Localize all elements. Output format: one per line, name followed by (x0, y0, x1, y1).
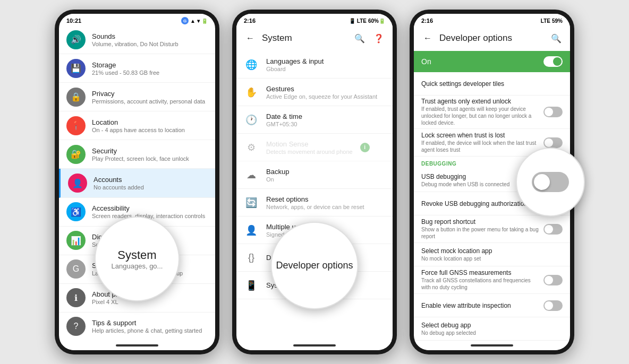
sys-motion: ⚙ Motion Sense Detects movement around p… (236, 134, 393, 161)
magnifier-usb (516, 148, 585, 216)
sounds-icon: 🔊 (66, 30, 86, 49)
motion-subtitle: Detects movement around phone (266, 149, 353, 155)
location-title: Location (92, 118, 208, 126)
sys-backup[interactable]: ☁ Backup On (236, 161, 393, 189)
reset-subtitle: Network, apps, or device can be reset (266, 204, 364, 210)
gestures-title: Gestures (266, 85, 377, 93)
location-subtitle: On - 4 apps have access to location (92, 127, 208, 133)
battery-2-icon: 60%🔋 (368, 18, 385, 24)
gnss-toggle[interactable] (543, 275, 563, 285)
dev-trust-agents-text: Trust agents only extend unlock If enabl… (421, 98, 543, 126)
sys-gestures[interactable]: ✋ Gestures Active Edge on, squeeze for y… (236, 79, 393, 106)
gestures-subtitle: Active Edge on, squeeze for your Assista… (266, 93, 377, 100)
wifi-icon: ▾ (197, 18, 200, 24)
digital-wellbeing-icon: 📊 (66, 231, 86, 250)
settings-privacy[interactable]: 🔒 Privacy Permissions, account activity,… (59, 83, 215, 111)
settings-security[interactable]: 🔐 Security Play Protect, screen lock, fa… (59, 140, 215, 169)
dev-quick-settings[interactable]: Quick settings developer tiles (414, 72, 570, 96)
privacy-subtitle: Permissions, account activity, personal … (92, 98, 208, 105)
settings-storage[interactable]: 💾 Storage 21% used - 50.83 GB free (59, 54, 215, 83)
back-button[interactable]: ← (243, 31, 258, 46)
dev-bug-report-title: Bug report shortcut (421, 218, 539, 226)
languages-icon: 🌐 (244, 57, 259, 72)
privacy-title: Privacy (92, 90, 208, 98)
status-bar-2: 2:16 📱 LTE 60%🔋 (236, 14, 393, 25)
about-icon: ℹ (66, 288, 86, 307)
search-button-2[interactable]: 🔍 (352, 31, 367, 46)
backup-icon: ☁ (244, 168, 259, 183)
sys-datetime[interactable]: 🕐 Date & time GMT+05:30 (236, 106, 393, 134)
tips-icon: ? (66, 317, 86, 336)
dev-screen-title: Developer options (439, 33, 545, 44)
dev-trust-agents-title: Trust agents only extend unlock (421, 98, 539, 105)
home-bar-1 (116, 344, 158, 346)
home-bar-2 (293, 344, 336, 346)
system-top-bar: ← System 🔍 ❓ (236, 25, 393, 51)
back-button-3[interactable]: ← (420, 31, 435, 46)
home-indicator-2 (236, 341, 393, 350)
magnifier-system-title: System (117, 248, 156, 262)
lte-icon: LTE (357, 18, 367, 24)
dev-gnss[interactable]: Force full GNSS measurements Track all G… (414, 266, 570, 294)
dev-view-attr[interactable]: Enable view attribute inspection (414, 294, 570, 317)
motion-text: Motion Sense Detects movement around pho… (266, 140, 353, 155)
bug-report-toggle[interactable] (543, 224, 563, 235)
storage-icon: 💾 (66, 59, 86, 78)
dev-bug-report-subtitle: Show a button in the power menu for taki… (421, 226, 539, 240)
dev-lock-screen-subtitle: If enabled, the device will lock when th… (421, 140, 539, 153)
lock-screen-toggle[interactable] (543, 137, 563, 148)
storage-text: Storage 21% used - 50.83 GB free (92, 61, 208, 76)
settings-tips[interactable]: ? Tips & support Help articles, phone & … (59, 313, 215, 341)
settings-location[interactable]: 📍 Location On - 4 apps have access to lo… (59, 111, 215, 140)
dev-on-label: On (421, 57, 431, 66)
system-icon: G (66, 259, 86, 279)
accounts-title: Accounts (94, 176, 208, 184)
usb-toggle-large[interactable] (532, 172, 569, 192)
backup-text: Backup On (266, 168, 289, 183)
reset-icon: 🔄 (244, 195, 259, 210)
battery-3-icon: 59% (552, 18, 563, 24)
time-2: 2:16 (244, 18, 256, 24)
magnifier-developer: Developer options (271, 222, 359, 309)
dev-mock-location[interactable]: Select mock location app No mock locatio… (414, 243, 570, 266)
trust-agents-toggle[interactable] (543, 107, 563, 117)
sys-reset[interactable]: 🔄 Reset options Network, apps, or device… (236, 189, 393, 216)
dev-quick-settings-text: Quick settings developer tiles (421, 80, 563, 88)
phone-2: 2:16 📱 LTE 60%🔋 ← System 🔍 ❓ 🌐 Languages… (232, 10, 397, 354)
help-button[interactable]: ❓ (371, 31, 386, 46)
dev-debug-app[interactable]: Select debug app No debug app selected (414, 317, 570, 341)
settings-sounds[interactable]: 🔊 Sounds Volume, vibration, Do Not Distu… (59, 25, 215, 54)
settings-accounts[interactable]: 👤 Accounts No accounts added (59, 169, 215, 197)
dev-on-toggle[interactable] (543, 56, 563, 67)
status-icons-3: LTE 59% (541, 18, 563, 24)
developer-icon: {} (244, 250, 259, 265)
location-text: Location On - 4 apps have access to loca… (92, 118, 208, 133)
datetime-icon: 🕐 (244, 112, 259, 127)
battery-icon: 🔋 (201, 18, 208, 24)
location-icon: 📍 (66, 116, 86, 135)
search-button-3[interactable]: 🔍 (549, 31, 564, 46)
home-indicator-1 (59, 341, 215, 350)
dev-on-bar: On (414, 51, 570, 72)
gestures-icon: ✋ (244, 85, 259, 100)
dev-bug-report[interactable]: Bug report shortcut Show a button in the… (414, 215, 570, 243)
magnifier-system-content: System Languages, go... (112, 248, 163, 270)
sounds-text: Sounds Volume, vibration, Do Not Disturb (92, 32, 208, 47)
languages-subtitle: Gboard (266, 66, 324, 72)
sys-languages[interactable]: 🌐 Languages & input Gboard (236, 51, 393, 79)
dev-lock-screen-title: Lock screen when trust is lost (421, 132, 539, 139)
phone-1: 10:21 G ▲ ▾ 🔋 🔊 Sounds Volume, vibration… (55, 10, 219, 354)
motion-badge: i (360, 143, 370, 152)
view-attr-toggle[interactable] (543, 300, 563, 311)
dev-gnss-subtitle: Track all GNSS constellations and freque… (421, 277, 539, 291)
security-subtitle: Play Protect, screen lock, face unlock (92, 155, 208, 162)
dev-trust-agents[interactable]: Trust agents only extend unlock If enabl… (414, 96, 570, 129)
sounds-title: Sounds (92, 32, 208, 40)
dev-debug-app-title: Select debug app (421, 322, 558, 329)
dev-view-attr-title: Enable view attribute inspection (421, 302, 539, 309)
phone-3: 2:16 LTE 59% ← Developer options 🔍 On Qu… (410, 10, 574, 354)
dev-debug-app-subtitle: No debug app selected (421, 330, 558, 336)
google-icon: G (181, 17, 189, 24)
magnifier-usb-content (532, 172, 569, 192)
backup-subtitle: On (266, 176, 289, 183)
